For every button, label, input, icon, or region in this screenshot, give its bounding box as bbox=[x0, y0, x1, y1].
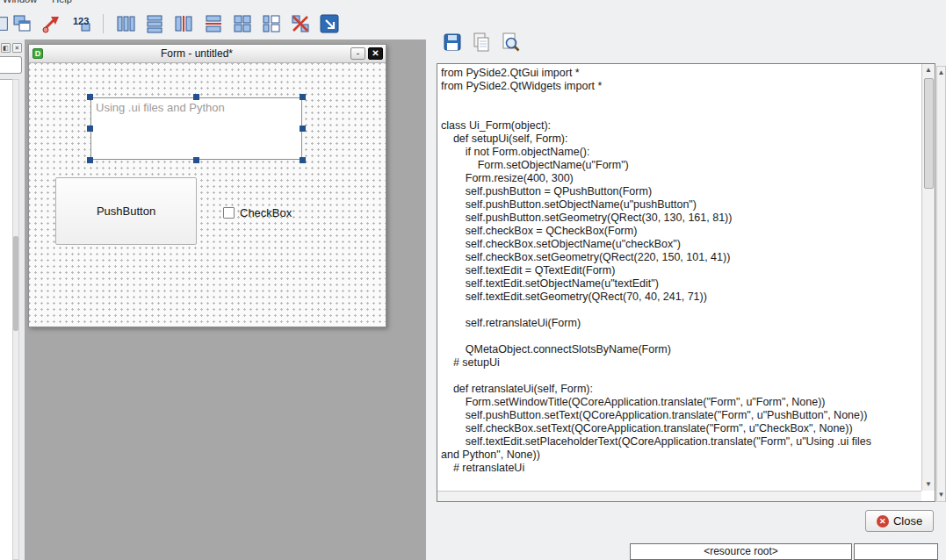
close-x-icon: ✕ bbox=[877, 515, 889, 528]
dock-float-icon[interactable]: ◧ bbox=[1, 43, 11, 53]
edit-signals-slots-icon[interactable] bbox=[40, 12, 63, 35]
copy-icon[interactable] bbox=[471, 32, 494, 54]
widget-box-scrollbar[interactable] bbox=[12, 79, 19, 560]
scroll-down-icon[interactable]: ▼ bbox=[937, 489, 945, 501]
code-line: self.textEdit.setGeometry(QRect(70, 40, … bbox=[441, 291, 919, 304]
code-line: self.retranslateUi(Form) bbox=[441, 317, 919, 330]
layout-vertical-icon[interactable] bbox=[143, 12, 166, 35]
code-vertical-scrollbar[interactable]: ▲ ▼ bbox=[921, 64, 935, 491]
save-icon[interactable] bbox=[442, 32, 465, 54]
layout-horizontal-icon[interactable] bbox=[114, 12, 137, 35]
code-line bbox=[441, 370, 919, 383]
code-line: QMetaObject.connectSlotsByName(Form) bbox=[441, 343, 919, 356]
textedit-widget[interactable]: Using .ui files and Python bbox=[90, 97, 302, 160]
code-line: Form.resize(400, 300) bbox=[441, 172, 919, 185]
code-text: from PySide2.QtGui import *from PySide2.… bbox=[441, 67, 919, 489]
form-window-titlebar[interactable]: D Form - untitled* - ✕ bbox=[29, 45, 386, 63]
code-line: from PySide2.QtWidgets import * bbox=[441, 80, 919, 93]
minimize-button[interactable]: - bbox=[350, 47, 365, 60]
code-line: self.checkBox.setGeometry(QRect(220, 150… bbox=[441, 251, 919, 264]
code-line bbox=[441, 93, 919, 106]
code-line: class Ui_Form(object): bbox=[441, 119, 919, 133]
code-line: def retranslateUi(self, Form): bbox=[441, 383, 919, 396]
checkbox-indicator[interactable] bbox=[223, 207, 235, 219]
dock-close-icon[interactable]: ✕ bbox=[12, 43, 22, 53]
code-line: self.checkBox.setObjectName(u"checkBox") bbox=[441, 238, 919, 251]
layout-vertical-splitter-icon[interactable] bbox=[202, 12, 225, 35]
code-line: # setupUi bbox=[441, 356, 919, 370]
close-window-button[interactable]: ✕ bbox=[368, 47, 383, 60]
code-line: self.textEdit.setObjectName(u"textEdit") bbox=[441, 277, 919, 291]
layout-form-icon[interactable] bbox=[260, 12, 283, 35]
form-canvas[interactable]: Using .ui files and Python PushButton Ch… bbox=[29, 63, 386, 327]
code-line: self.pushButton.setGeometry(QRect(30, 13… bbox=[441, 212, 919, 225]
code-line: from PySide2.QtGui import * bbox=[441, 67, 919, 80]
code-line: self.textEdit.setPlaceholderText(QCoreAp… bbox=[441, 435, 919, 449]
code-horizontal-scrollbar[interactable] bbox=[437, 491, 921, 501]
pushbutton-widget[interactable]: PushButton bbox=[55, 177, 197, 245]
scroll-up-icon[interactable]: ▲ bbox=[922, 64, 935, 76]
code-line bbox=[441, 330, 919, 343]
code-line: self.pushButton.setText(QCoreApplication… bbox=[441, 409, 919, 422]
toolbar-separator bbox=[103, 14, 104, 33]
main-toolbar: 123 bbox=[0, 7, 426, 39]
close-button[interactable]: ✕ Close bbox=[865, 510, 934, 532]
find-icon[interactable] bbox=[500, 32, 523, 54]
code-line: self.textEdit = QTextEdit(Form) bbox=[441, 264, 919, 277]
code-preview-dialog: from PySide2.QtGui import *from PySide2.… bbox=[426, 0, 946, 540]
scroll-down-icon[interactable]: ▼ bbox=[922, 478, 935, 491]
widget-filter-input[interactable] bbox=[0, 56, 22, 74]
code-line: self.checkBox.setText(QCoreApplication.t… bbox=[441, 422, 919, 435]
designer-form-icon: D bbox=[32, 48, 43, 59]
scrollbar-thumb[interactable] bbox=[924, 78, 934, 189]
edit-tab-order-icon[interactable]: 123 bbox=[70, 12, 93, 35]
right-dock-scrollbar[interactable]: ▲ ▼ bbox=[936, 66, 946, 502]
resource-root-item[interactable]: <resource root> bbox=[630, 543, 852, 560]
code-line bbox=[441, 304, 919, 317]
menu-window[interactable]: Window bbox=[3, 0, 37, 4]
menubar: Window Help bbox=[0, 0, 426, 7]
widget-box-list[interactable] bbox=[0, 79, 12, 560]
menu-help[interactable]: Help bbox=[52, 0, 72, 4]
code-line: self.pushButton.setObjectName(u"pushButt… bbox=[441, 198, 919, 212]
edit-widgets-icon[interactable] bbox=[11, 12, 33, 35]
layout-horizontal-splitter-icon[interactable] bbox=[172, 12, 195, 35]
scrollbar-thumb[interactable] bbox=[13, 236, 18, 331]
scroll-up-icon[interactable]: ▲ bbox=[937, 67, 945, 79]
code-line: self.pushButton = QPushButton(Form) bbox=[441, 185, 919, 198]
code-line: self.checkBox = QCheckBox(Form) bbox=[441, 225, 919, 238]
break-layout-icon[interactable] bbox=[289, 12, 312, 35]
form-window-title: Form - untitled* bbox=[43, 47, 350, 60]
code-line: Form.setObjectName(u"Form") bbox=[441, 159, 919, 172]
checkbox-label: CheckBox bbox=[240, 206, 292, 219]
code-line: Form.setWindowTitle(QCoreApplication.tra… bbox=[441, 396, 919, 409]
checkbox-widget[interactable]: CheckBox bbox=[223, 195, 312, 231]
close-button-label: Close bbox=[893, 514, 922, 528]
code-line: and Python", None)) bbox=[441, 449, 919, 462]
widget-box-dock: ◧ ✕ bbox=[0, 39, 25, 560]
code-line bbox=[441, 106, 919, 119]
code-line: def setupUi(self, Form): bbox=[441, 133, 919, 146]
layout-grid-icon[interactable] bbox=[231, 12, 254, 35]
adjust-size-icon[interactable] bbox=[318, 12, 341, 35]
resource-panel-cell[interactable] bbox=[854, 543, 938, 560]
code-line: # retranslateUi bbox=[441, 462, 919, 475]
form-window: D Form - untitled* - ✕ Using .ui files a… bbox=[28, 44, 386, 327]
code-line: if not Form.objectName(): bbox=[441, 146, 919, 159]
svg-text:123: 123 bbox=[73, 16, 89, 26]
code-view[interactable]: from PySide2.QtGui import *from PySide2.… bbox=[437, 63, 935, 502]
